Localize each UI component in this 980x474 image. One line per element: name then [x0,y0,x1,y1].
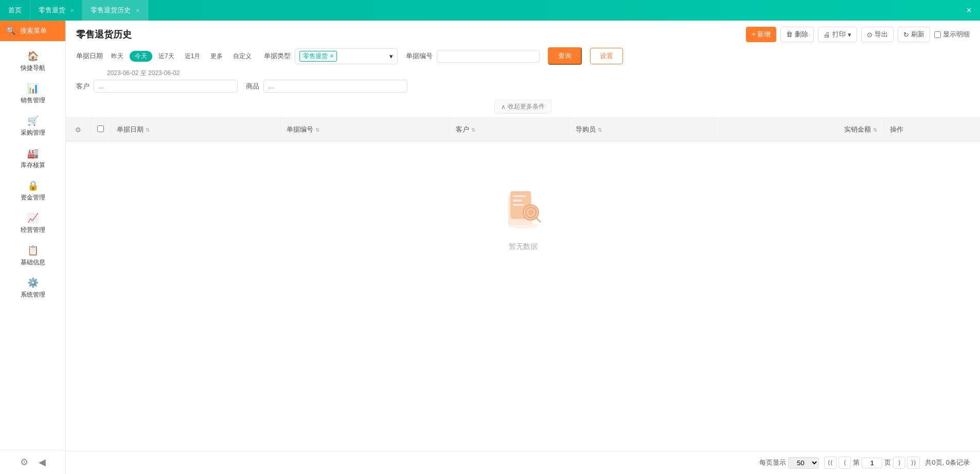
doc-type-select[interactable]: 零售退货 × ▾ [295,48,398,64]
finance-icon: 🔒 [27,180,39,191]
home-icon: 🏠 [27,50,39,62]
th-settings: ⚙ [66,118,91,141]
sidebar: 🔍 搜索菜单 🏠 快捷导航 📊 销售管理 🛒 采购管理 🏭 库存核算 🔒 [0,21,66,474]
collapse-sidebar-icon[interactable]: ◀ [39,457,46,468]
th-amount-sort-icon: ⇅ [873,127,877,133]
sidebar-nav: 🏠 快捷导航 📊 销售管理 🛒 采购管理 🏭 库存核算 🔒 资金管理 📈 [0,41,65,450]
date-more[interactable]: 更多 [206,51,227,62]
top-bar: 首页 零售退货 × 零售退货历史 × × [0,0,980,21]
sidebar-search[interactable]: 🔍 搜索菜单 [0,21,65,41]
doc-number-label: 单据编号 [406,51,433,61]
print-chevron-icon: ▾ [848,31,851,39]
th-customer[interactable]: 客户 ⇅ [450,118,569,141]
data-table-container: ⚙ 单据日期 ⇅ 单据编号 [66,118,980,451]
tab-retail-return-history-close[interactable]: × [136,7,139,13]
select-all-checkbox[interactable] [97,125,104,132]
next-page-button[interactable]: ⟩ [893,457,905,469]
th-amount[interactable]: 实销金额 ⇅ [714,118,884,141]
first-page-button[interactable]: ⟨⟨ [824,457,836,469]
th-date-sort-icon: ⇅ [146,127,150,133]
page-label: 第 [853,458,860,467]
date-custom[interactable]: 自定义 [229,51,256,62]
data-table: ⚙ 单据日期 ⇅ 单据编号 [66,118,980,293]
tab-retail-return-close[interactable]: × [70,7,74,13]
empty-state-text: 暂无数据 [509,242,538,251]
th-salesperson[interactable]: 导购员 ⇅ [569,118,714,141]
sidebar-item-basic-info[interactable]: 📋 基础信息 [0,240,65,272]
tab-retail-return-history-label: 零售退货历史 [91,6,131,15]
table-settings-icon[interactable]: ⚙ [72,123,84,136]
th-number[interactable]: 单据编号 ⇅ [280,118,450,141]
sidebar-item-finance[interactable]: 🔒 资金管理 [0,175,65,207]
customer-input[interactable] [94,80,238,93]
date-filter-label: 单据日期 [76,51,103,61]
th-number-label: 单据编号 [287,125,313,134]
doc-type-label: 单据类型 [264,51,291,61]
sidebar-item-inventory[interactable]: 🏭 库存核算 [0,142,65,175]
page-actions: + 新增 🗑 删除 🖨 打印 ▾ ⊙ 导出 ↻ 刷新 [746,27,970,42]
purchase-icon: 🛒 [27,115,39,126]
last-page-button[interactable]: ⟩⟩ [907,457,920,469]
sidebar-item-basic-info-label: 基础信息 [21,258,45,267]
sidebar-item-quick-nav[interactable]: 🏠 快捷导航 [0,45,65,78]
svg-rect-4 [513,199,522,201]
th-salesperson-label: 导购员 [576,125,596,134]
tab-retail-return-history[interactable]: 零售退货历史 × [82,0,148,21]
svg-line-8 [536,217,540,222]
customer-label: 客户 [76,82,90,91]
sidebar-item-operations-label: 经营管理 [21,226,45,234]
print-icon: 🖨 [824,31,830,39]
svg-rect-3 [513,195,526,197]
date-7days[interactable]: 近7天 [154,51,179,62]
sidebar-item-operations[interactable]: 📈 经营管理 [0,207,65,240]
content-area: 零售退货历史 + 新增 🗑 删除 🖨 打印 ▾ ⊙ 导出 ↻ [66,21,980,474]
basic-info-icon: 📋 [27,245,39,256]
sidebar-item-purchase[interactable]: 🛒 采购管理 [0,110,65,142]
prev-page-button[interactable]: ⟨ [839,457,851,469]
tab-home[interactable]: 首页 [0,0,30,21]
th-date[interactable]: 单据日期 ⇅ [111,118,280,141]
date-today[interactable]: 今天 [130,51,152,62]
page-title-row: 零售退货历史 + 新增 🗑 删除 🖨 打印 ▾ ⊙ 导出 ↻ [76,27,970,42]
filter-row-2: 客户 商品 [76,80,970,93]
tab-retail-return[interactable]: 零售退货 × [30,0,82,21]
date-range-display: 2023-06-02 至 2023-06-02 [107,69,970,78]
sidebar-item-system-label: 系统管理 [21,290,45,299]
sales-icon: 📊 [27,83,39,94]
main-layout: 🔍 搜索菜单 🏠 快捷导航 📊 销售管理 🛒 采购管理 🏭 库存核算 🔒 [0,21,980,474]
tab-retail-return-label: 零售退货 [39,6,65,15]
query-button[interactable]: 查询 [548,47,582,65]
sidebar-item-system[interactable]: ⚙️ 系统管理 [0,272,65,304]
goods-input[interactable] [263,80,407,93]
per-page-select[interactable]: 50 100 200 [788,457,819,469]
date-filter-buttons: 昨天 今天 近7天 近1月 更多 自定义 [107,51,256,62]
pagination-summary: 共0页, 0条记录 [925,458,970,467]
delete-button[interactable]: 🗑 删除 [780,27,814,42]
search-icon: 🔍 [6,26,16,35]
display-detail-checkbox[interactable] [934,31,941,38]
display-detail-label[interactable]: 显示明细 [934,30,970,39]
export-icon: ⊙ [867,31,872,39]
doc-number-filter: 单据编号 [406,50,540,63]
page-input[interactable] [862,458,882,468]
print-button[interactable]: 🖨 打印 ▾ [818,27,857,42]
filter-row-1: 单据日期 昨天 今天 近7天 近1月 更多 自定义 单据类型 [76,47,970,65]
system-icon: ⚙️ [27,277,39,288]
pagination-bar: 每页显示 50 100 200 ⟨⟨ ⟨ 第 页 ⟩ ⟩⟩ 共0页, 0条记录 [66,451,980,474]
date-1month[interactable]: 近1月 [181,51,205,62]
doc-number-input[interactable] [437,50,540,63]
doc-type-chevron-icon: ▾ [389,52,393,60]
sidebar-item-sales[interactable]: 📊 销售管理 [0,78,65,110]
th-customer-sort-icon: ⇅ [471,127,475,133]
page-unit: 页 [884,458,891,467]
date-yesterday[interactable]: 昨天 [107,51,128,62]
refresh-button[interactable]: ↻ 刷新 [898,27,930,42]
window-close-button[interactable]: × [958,5,980,16]
settings-button[interactable]: 设置 [590,48,623,64]
new-button[interactable]: + 新增 [746,27,776,42]
page-size-selector: 每页显示 50 100 200 [759,457,819,469]
export-button[interactable]: ⊙ 导出 [861,27,894,42]
doc-type-tag-close[interactable]: × [330,52,333,60]
settings-bottom-icon[interactable]: ⚙ [20,457,28,468]
collapse-filter-button[interactable]: ∧ 收起更多条件 [494,100,551,114]
